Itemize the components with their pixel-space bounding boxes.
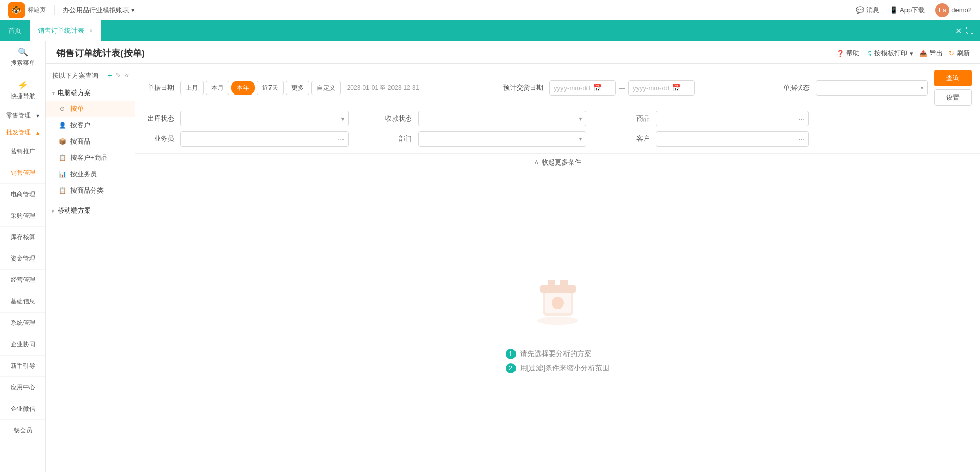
period-this-month-btn[interactable]: 本月	[206, 81, 229, 95]
scheme-item-bycustomergoods[interactable]: 📋 按客户+商品	[46, 150, 135, 166]
filter-area: 单据日期 上月 本月 本年 近7天 更多 自定义 2023-01-01 至 20…	[135, 64, 980, 153]
tab-home[interactable]: 首页	[0, 20, 30, 41]
hint1-num: 1	[506, 349, 516, 359]
sidebar-item-purchase[interactable]: 采购管理	[0, 205, 45, 227]
sidebar-item-search[interactable]: 🔍 搜索菜单	[0, 41, 45, 74]
salesperson-input[interactable]: ···	[180, 131, 349, 147]
print-btn[interactable]: 🖨 按模板打印 ▾	[866, 49, 913, 58]
sidebar-section-retail[interactable]: 零售管理 ▾	[0, 107, 45, 124]
sidebar-item-basic[interactable]: 基础信息	[0, 291, 45, 313]
customer-input[interactable]: ···	[656, 131, 809, 147]
svg-point-0	[537, 317, 578, 325]
sidebar-item-finance[interactable]: 资金管理	[0, 248, 45, 270]
refresh-btn[interactable]: ↻ 刷新	[949, 49, 970, 58]
window-expand-btn[interactable]: ⛶	[966, 26, 974, 35]
app-download-btn[interactable]: 📱 App下载	[890, 6, 925, 15]
expected-date-start[interactable]: yyyy-mm-dd 📅	[549, 80, 616, 96]
sidebar-marketing-label: 营销推广	[11, 147, 35, 156]
tab-home-label: 首页	[8, 26, 21, 35]
scheme-item-bygoods[interactable]: 📦 按商品	[46, 133, 135, 150]
set-btn[interactable]: 设置	[934, 89, 972, 106]
goods-input[interactable]: ···	[656, 111, 809, 126]
empty-hint-2: 2 用[过滤]条件来缩小分析范围	[506, 363, 610, 373]
sidebar-item-marketing[interactable]: 营销推广	[0, 141, 45, 162]
customer-dots[interactable]: ···	[798, 135, 804, 143]
svg-rect-6	[560, 280, 568, 288]
app-download-label: App下载	[900, 6, 925, 15]
period-last-month-btn[interactable]: 上月	[180, 81, 204, 95]
sidebar-operations-label: 经营管理	[11, 276, 35, 285]
sidebar-item-enterprise[interactable]: 企业协同	[0, 334, 45, 356]
goods-dots[interactable]: ···	[798, 114, 804, 123]
department-arrow: ▾	[579, 136, 582, 142]
print-arrow: ▾	[910, 50, 913, 57]
help-btn[interactable]: ❓ 帮助	[836, 49, 860, 58]
logo-icon: 🐯	[8, 2, 24, 18]
sidebar-item-system[interactable]: 系统管理	[0, 313, 45, 334]
user-name: demo2	[951, 6, 972, 14]
expected-date-end[interactable]: yyyy-mm-dd 📅	[628, 80, 695, 96]
message-icon: 💬	[856, 6, 864, 14]
app-selector[interactable]: 办公用品行业模拟账表 ▾	[63, 6, 135, 15]
top-bar-left: 🐯 标题页 办公用品行业模拟账表 ▾	[8, 2, 135, 18]
scheme-item-byorder[interactable]: ⊙ 按单	[46, 101, 135, 117]
sidebar-item-sales[interactable]: 销售管理	[0, 162, 45, 184]
goods-label: 商品	[619, 114, 650, 123]
sidebar-ecommerce-label: 电商管理	[11, 190, 35, 199]
quicknav-icon: ⚡	[18, 80, 28, 90]
scheme-item-bycustomer[interactable]: 👤 按客户	[46, 117, 135, 133]
sidebar-item-inventory[interactable]: 库存核算	[0, 227, 45, 248]
hint2-num: 2	[506, 363, 516, 373]
export-btn[interactable]: 📤 导出	[919, 49, 943, 58]
sidebar-item-corpwechat[interactable]: 企业微信	[0, 398, 45, 420]
window-close-btn[interactable]: ✕	[955, 26, 962, 36]
sidebar-item-appcenter[interactable]: 应用中心	[0, 377, 45, 398]
pc-scheme-section: ▾ 电脑端方案 ⊙ 按单 👤 按客户 📦 按商品	[46, 83, 135, 201]
top-bar: 🐯 标题页 办公用品行业模拟账表 ▾ 💬 消息 📱 App下载 Ea demo2	[0, 0, 980, 20]
sidebar-section-wholesale[interactable]: 批发管理 ▴	[0, 124, 45, 141]
mobile-scheme-title[interactable]: ▸ 移动端方案	[46, 203, 135, 218]
scheme-item-bysalesperson[interactable]: 📊 按业务员	[46, 166, 135, 182]
collapse-panel-btn[interactable]: «	[125, 71, 129, 80]
query-btn[interactable]: 查询	[934, 70, 972, 86]
search-icon: 🔍	[18, 47, 28, 57]
sidebar-item-quicknav[interactable]: ⚡ 快捷导航	[0, 74, 45, 107]
edit-scheme-btn[interactable]: ✎	[115, 71, 121, 80]
sidebar-item-operations[interactable]: 经营管理	[0, 270, 45, 291]
order-status-select[interactable]: ▾	[816, 80, 928, 96]
sidebar-basic-label: 基础信息	[11, 297, 35, 306]
salesperson-dots[interactable]: ···	[338, 135, 344, 143]
collapse-label: 收起更多条件	[542, 158, 581, 166]
print-label: 按模板打印	[874, 49, 908, 58]
sidebar-item-newuser[interactable]: 新手引导	[0, 356, 45, 377]
add-scheme-btn[interactable]: +	[108, 71, 112, 80]
mobile-scheme-section: ▸ 移动端方案	[46, 201, 135, 220]
pay-status-select[interactable]: ▾	[418, 111, 586, 126]
user-area[interactable]: Ea demo2	[935, 3, 972, 17]
collapse-bar[interactable]: ∧ 收起更多条件	[135, 153, 980, 171]
tab-close-icon[interactable]: ×	[89, 27, 93, 34]
ship-status-select[interactable]: ▾	[180, 111, 349, 126]
sidebar-item-member[interactable]: 畅会员	[0, 420, 45, 441]
sidebar-search-label: 搜索菜单	[11, 59, 35, 67]
content-area: 销售订单统计表(按单) ❓ 帮助 🖨 按模板打印 ▾ 📤 导出 ↻ 刷新	[46, 41, 980, 472]
message-btn[interactable]: 💬 消息	[856, 6, 879, 15]
page-header-actions: ❓ 帮助 🖨 按模板打印 ▾ 📤 导出 ↻ 刷新	[836, 49, 970, 58]
sidebar-item-ecommerce[interactable]: 电商管理	[0, 184, 45, 205]
period-more-btn[interactable]: 更多	[286, 81, 309, 95]
ship-status-arrow: ▾	[341, 116, 344, 122]
bygoodscat-label: 按商品分类	[70, 186, 104, 195]
scheme-item-bygoodscat[interactable]: 📋 按商品分类	[46, 182, 135, 199]
bycustomer-icon: 👤	[58, 121, 66, 129]
bycustomergoods-icon: 📋	[58, 154, 66, 162]
main-layout: 🔍 搜索菜单 ⚡ 快捷导航 零售管理 ▾ 批发管理 ▴ 营销推广 销售管理 电商…	[0, 41, 980, 472]
department-select[interactable]: ▾	[418, 131, 586, 147]
period-custom-btn[interactable]: 自定义	[311, 81, 341, 95]
pc-arrow: ▾	[52, 90, 55, 96]
period-last7days-btn[interactable]: 近7天	[257, 81, 284, 95]
pc-scheme-title[interactable]: ▾ 电脑端方案	[46, 85, 135, 101]
cal-icon-end: 📅	[672, 84, 681, 92]
wholesale-arrow: ▴	[36, 129, 39, 136]
period-this-year-btn[interactable]: 本年	[231, 81, 255, 95]
tab-sales-stats[interactable]: 销售订单统计表 ×	[30, 20, 101, 41]
